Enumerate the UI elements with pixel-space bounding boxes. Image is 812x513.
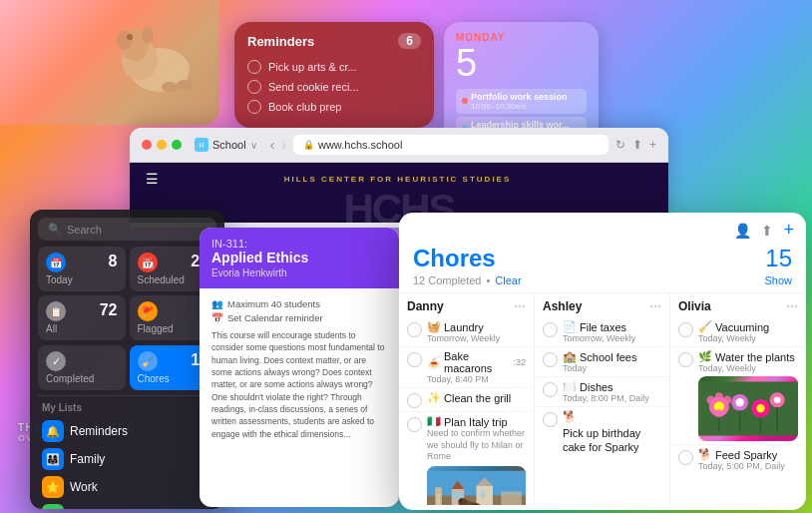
today-count: 8 <box>109 253 118 270</box>
laundry-name: Laundry <box>444 321 484 333</box>
safari-minimize-btn[interactable] <box>157 140 167 150</box>
dishes-checkbox[interactable] <box>543 382 558 397</box>
today-label: Today <box>46 274 118 285</box>
school-fees-emoji: 🏫 <box>563 350 577 363</box>
olivia-col-header: Olivia ··· <box>670 293 806 317</box>
reminders-widget-title: Reminders <box>247 34 314 49</box>
chore-sparky-cake: 🐕 Pick up birthday cake for Sparky <box>535 407 669 458</box>
school-name-text: HILLS CENTER FOR HEURISTIC STUDIES <box>284 175 512 184</box>
safari-tab[interactable]: H School ∨ <box>195 138 257 152</box>
sparky-cake-name: Pick up birthday cake for Sparky <box>563 426 661 455</box>
cal-event-1: Portfolio work session 10:00–10:30am <box>456 89 587 114</box>
grill-emoji: ✨ <box>427 391 441 404</box>
list-work[interactable]: ⭐ Work 5 <box>38 473 216 501</box>
chore-school-fees: 🏫 School fees Today <box>535 347 669 377</box>
svg-rect-11 <box>437 494 440 505</box>
vacuuming-emoji: 🧹 <box>698 320 712 333</box>
chore-vacuuming: 🧹 Vacuuming Today, Weekly <box>670 317 806 347</box>
svg-point-23 <box>459 499 462 502</box>
today-icon: 📅 <box>46 253 66 272</box>
course-code: IN-311: <box>211 238 387 250</box>
italy-sub: Need to confirm whether we should fly to… <box>427 428 526 463</box>
course-description: This course will encourage students to c… <box>211 329 387 440</box>
smart-list-all[interactable]: 📋 72 All <box>38 295 126 340</box>
vacuuming-sub: Today, Weekly <box>698 333 769 343</box>
safari-maximize-btn[interactable] <box>172 140 182 150</box>
safari-share-btn[interactable]: ⬆ <box>632 138 642 152</box>
all-count: 72 <box>100 301 118 319</box>
svg-point-6 <box>162 82 178 92</box>
svg-rect-19 <box>501 492 522 506</box>
plants-image <box>698 376 798 441</box>
course-title: Applied Ethics <box>211 250 387 265</box>
chores-header-row: Chores 15 <box>399 245 806 274</box>
safari-reload-btn[interactable]: ↻ <box>615 138 625 152</box>
chore-macarons: 🍝 Bake macarons :32 Today, 8:40 PM <box>399 347 534 388</box>
water-plants-name: Water the plants <box>715 351 795 363</box>
danny-col-header: Danny ··· <box>399 293 534 317</box>
feed-sparky-checkbox[interactable] <box>678 450 693 465</box>
taxes-sub: Tomorrow, Weekly <box>563 333 635 343</box>
list-groceries[interactable]: 🛒 Groceries 11 <box>38 501 216 509</box>
italy-name: Plan Italy trip <box>444 416 508 428</box>
svg-rect-14 <box>458 492 462 499</box>
svg-point-37 <box>706 396 714 404</box>
safari-forward-btn[interactable]: › <box>281 137 286 153</box>
water-plants-sub: Today, Weekly <box>698 363 795 373</box>
smart-list-completed[interactable]: ✓ Completed <box>38 345 126 390</box>
reminders-search-bar[interactable]: 🔍 Search <box>38 218 216 241</box>
list-reminders[interactable]: 🔔 Reminders 6 <box>38 417 216 445</box>
chores-completed-label: 12 Completed <box>413 274 482 286</box>
chores-clear-btn[interactable]: Clear <box>495 274 521 286</box>
grill-name: Clean the grill <box>444 392 511 404</box>
taxes-emoji: 📄 <box>563 320 577 333</box>
macarons-checkbox[interactable] <box>407 352 422 367</box>
italy-checkbox[interactable] <box>407 417 422 432</box>
grill-checkbox[interactable] <box>407 393 422 408</box>
svg-point-30 <box>756 404 764 412</box>
lock-icon: 🔒 <box>303 140 314 150</box>
search-icon: 🔍 <box>48 223 62 236</box>
school-fees-checkbox[interactable] <box>543 352 558 367</box>
share-icon[interactable]: ⬆ <box>761 223 773 239</box>
svg-point-7 <box>177 80 193 90</box>
feed-sparky-emoji: 🐕 <box>698 448 712 461</box>
smart-list-today[interactable]: 📅 8 Today <box>38 247 126 291</box>
svg-point-39 <box>715 392 723 400</box>
reminders-app-panel: 🔍 Search 📅 8 Today 📆 25 Scheduled <box>30 210 224 509</box>
laundry-checkbox[interactable] <box>407 322 422 337</box>
add-item-icon[interactable]: + <box>783 220 794 241</box>
person-icon[interactable]: 👤 <box>734 223 751 239</box>
sparky-cake-emoji: 🐕 <box>563 410 577 423</box>
safari-newtab-btn[interactable]: + <box>649 138 656 152</box>
safari-url-bar[interactable]: 🔒 www.hchs.school <box>293 135 609 155</box>
safari-close-btn[interactable] <box>142 140 152 150</box>
feed-sparky-name: Feed Sparky <box>715 449 777 461</box>
school-fees-name: School fees <box>580 351 636 363</box>
chores-column-olivia: Olivia ··· 🧹 Vacuuming Today, Weekly <box>670 293 806 505</box>
chore-italy: 🇮🇹 Plan Italy trip Need to confirm wheth… <box>399 412 534 505</box>
course-header-bg: IN-311: Applied Ethics Evoria Henkwirth <box>200 228 399 288</box>
safari-url-text: www.hchs.school <box>318 139 402 151</box>
reminder-item-3: Book club prep <box>247 97 421 117</box>
macarons-emoji: 🍝 <box>427 356 441 369</box>
all-icon: 📋 <box>46 301 66 321</box>
svg-point-4 <box>142 27 154 43</box>
vacuuming-name: Vacuuming <box>715 321 769 333</box>
vacuuming-checkbox[interactable] <box>678 322 693 337</box>
hamburger-menu-icon[interactable]: ☰ <box>146 171 159 187</box>
sparky-cake-checkbox[interactable] <box>543 412 558 427</box>
safari-back-btn[interactable]: ‹ <box>270 137 275 153</box>
svg-point-40 <box>715 409 723 417</box>
list-family[interactable]: 👨‍👩‍👧 Family 7 <box>38 445 216 473</box>
school-fees-sub: Today <box>563 363 636 373</box>
completed-label: Completed <box>46 373 118 384</box>
chores-show-btn[interactable]: Show <box>764 274 792 286</box>
chore-feed-sparky: 🐕 Feed Sparky Today, 5:00 PM, Daily <box>670 445 806 474</box>
chores-total-count: 15 <box>765 245 792 272</box>
taxes-checkbox[interactable] <box>543 322 558 337</box>
reminders-widget-count: 6 <box>398 33 421 49</box>
water-plants-checkbox[interactable] <box>678 352 693 367</box>
svg-point-38 <box>723 396 731 404</box>
chores-title: Chores <box>413 245 496 272</box>
